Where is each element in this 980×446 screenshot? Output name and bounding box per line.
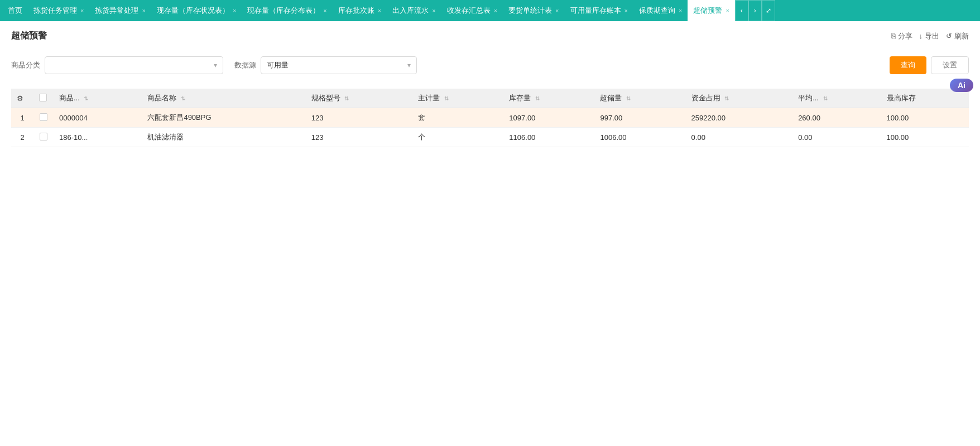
nav-tab-11[interactable]: 超储预警 × [688, 0, 734, 21]
refresh-icon: ↺ [946, 32, 952, 40]
sort-icon-unit: ⇅ [444, 95, 449, 101]
query-button[interactable]: 查询 [890, 56, 926, 74]
sort-icon-capital: ⇅ [724, 95, 729, 101]
share-label: 分享 [898, 31, 912, 41]
nav-arrow-left[interactable]: ‹ [735, 0, 748, 21]
nav-tab-4-label: 现存量（库存分布表） [247, 6, 320, 16]
export-icon: ↓ [919, 32, 923, 40]
nav-tab-2-label: 拣货异常处理 [95, 6, 138, 16]
cell-max-stock-0: 100.00 [881, 108, 969, 128]
refresh-label: 刷新 [954, 31, 969, 41]
nav-tab-8-close[interactable]: × [555, 7, 559, 14]
cell-stock-1: 1106.00 [503, 128, 594, 147]
cell-max-stock-1: 100.00 [881, 128, 969, 147]
nav-tab-1-label: 拣货任务管理 [33, 6, 77, 16]
main-content: 超储预警 ⎘ 分享 ↓ 导出 ↺ 刷新 商品分类 ▾ 数据源 [0, 21, 980, 446]
nav-tab-9-label: 可用量库存账本 [570, 6, 621, 16]
nav-tab-9[interactable]: 可用量库存账本 × [565, 0, 633, 21]
category-select[interactable]: ▾ [45, 56, 223, 74]
refresh-button[interactable]: ↺ 刷新 [946, 31, 969, 41]
filter-category-label: 商品分类 [11, 60, 40, 70]
nav-tab-4[interactable]: 现存量（库存分布表） × [242, 0, 332, 21]
sort-icon-name: ⇅ [181, 95, 185, 101]
nav-tab-3[interactable]: 现存量（库存状况表） × [151, 0, 242, 21]
nav-tab-10-close[interactable]: × [679, 7, 682, 14]
page-header: 超储预警 ⎘ 分享 ↓ 导出 ↺ 刷新 [11, 30, 969, 42]
ai-badge[interactable]: Ai [950, 79, 973, 92]
nav-tab-home-label: 首页 [8, 6, 22, 16]
cell-spec-0: 123 [306, 108, 413, 128]
filter-datasource-label: 数据源 [234, 60, 256, 70]
nav-tab-10-label: 保质期查询 [639, 6, 675, 16]
nav-tab-3-close[interactable]: × [233, 7, 236, 14]
nav-tab-7-close[interactable]: × [494, 7, 497, 14]
cell-unit-1: 个 [412, 128, 503, 147]
nav-tab-6-label: 出入库流水 [392, 6, 429, 16]
col-capital[interactable]: 资金占用 ⇅ [686, 89, 793, 108]
select-all-checkbox[interactable] [39, 94, 47, 101]
row-index-1: 2 [11, 128, 33, 147]
col-product-code[interactable]: 商品... ⇅ [54, 89, 142, 108]
col-avg[interactable]: 平均... ⇅ [792, 89, 881, 108]
col-overflow[interactable]: 超储量 ⇅ [594, 89, 685, 108]
row-checkbox-1[interactable] [33, 128, 54, 147]
nav-tab-1[interactable]: 拣货任务管理 × [28, 0, 89, 21]
nav-tab-5[interactable]: 库存批次账 × [333, 0, 387, 21]
col-stock[interactable]: 库存量 ⇅ [503, 89, 594, 108]
col-product-name[interactable]: 商品名称 ⇅ [142, 89, 305, 108]
export-button[interactable]: ↓ 导出 [919, 31, 940, 41]
table-row: 2 186-10... 机油滤清器 123 个 1106.00 1006.00 … [11, 128, 969, 147]
nav-tab-5-close[interactable]: × [378, 7, 381, 14]
col-select-all[interactable] [33, 89, 54, 108]
filter-bar: 商品分类 ▾ 数据源 可用量 ▾ 查询 设置 [11, 51, 969, 80]
cell-overflow-0: 997.00 [594, 108, 685, 128]
sort-icon-spec: ⇅ [344, 95, 349, 101]
chevron-down-icon: ▾ [214, 61, 217, 69]
col-settings[interactable]: ⚙ [11, 89, 33, 108]
cell-product-name-0: 六配套新昌490BPG [142, 108, 305, 128]
chevron-down-icon2: ▾ [407, 61, 411, 69]
table-row: 1 0000004 六配套新昌490BPG 123 套 1097.00 997.… [11, 108, 969, 128]
nav-tab-6[interactable]: 出入库流水 × [387, 0, 441, 21]
datasource-select[interactable]: 可用量 ▾ [261, 56, 417, 74]
nav-arrow-right[interactable]: › [748, 0, 762, 21]
sort-icon-overflow: ⇅ [626, 95, 631, 101]
filter-category: 商品分类 ▾ [11, 56, 223, 74]
nav-tab-9-close[interactable]: × [624, 7, 628, 14]
nav-arrow-expand[interactable]: ⤢ [762, 0, 775, 21]
col-unit[interactable]: 主计量 ⇅ [412, 89, 503, 108]
top-navigation: 首页 拣货任务管理 × 拣货异常处理 × 现存量（库存状况表） × 现存量（库存… [0, 0, 980, 21]
row-select-1[interactable] [40, 133, 47, 140]
nav-tab-8[interactable]: 要货单统计表 × [503, 0, 564, 21]
cell-unit-0: 套 [412, 108, 503, 128]
nav-tab-10[interactable]: 保质期查询 × [633, 0, 688, 21]
cell-capital-0: 259220.00 [686, 108, 793, 128]
export-label: 导出 [925, 31, 939, 41]
cell-product-code-0: 0000004 [54, 108, 142, 128]
row-select-0[interactable] [40, 113, 47, 121]
nav-tab-2-close[interactable]: × [142, 7, 145, 14]
gear-icon: ⚙ [17, 94, 23, 103]
nav-tab-11-label: 超储预警 [693, 6, 722, 16]
nav-tab-6-close[interactable]: × [432, 7, 435, 14]
settings-button[interactable]: 设置 [931, 56, 969, 74]
cell-capital-1: 0.00 [686, 128, 793, 147]
nav-tab-11-close[interactable]: × [726, 7, 729, 14]
nav-tab-2[interactable]: 拣货异常处理 × [89, 0, 151, 21]
cell-product-name-1: 机油滤清器 [142, 128, 305, 147]
nav-tab-home[interactable]: 首页 [2, 0, 28, 21]
row-checkbox-0[interactable] [33, 108, 54, 128]
header-actions: ⎘ 分享 ↓ 导出 ↺ 刷新 [891, 31, 969, 41]
nav-tab-1-close[interactable]: × [80, 7, 84, 14]
nav-tab-5-label: 库存批次账 [338, 6, 374, 16]
nav-tab-7-label: 收发存汇总表 [447, 6, 491, 16]
share-icon: ⎘ [891, 32, 896, 40]
share-button[interactable]: ⎘ 分享 [891, 31, 912, 41]
nav-tab-4-close[interactable]: × [323, 7, 326, 14]
col-spec[interactable]: 规格型号 ⇅ [306, 89, 413, 108]
row-index-0: 1 [11, 108, 33, 128]
nav-tab-3-label: 现存量（库存状况表） [157, 6, 229, 16]
sort-icon-code: ⇅ [84, 95, 88, 101]
cell-stock-0: 1097.00 [503, 108, 594, 128]
nav-tab-7[interactable]: 收发存汇总表 × [441, 0, 503, 21]
